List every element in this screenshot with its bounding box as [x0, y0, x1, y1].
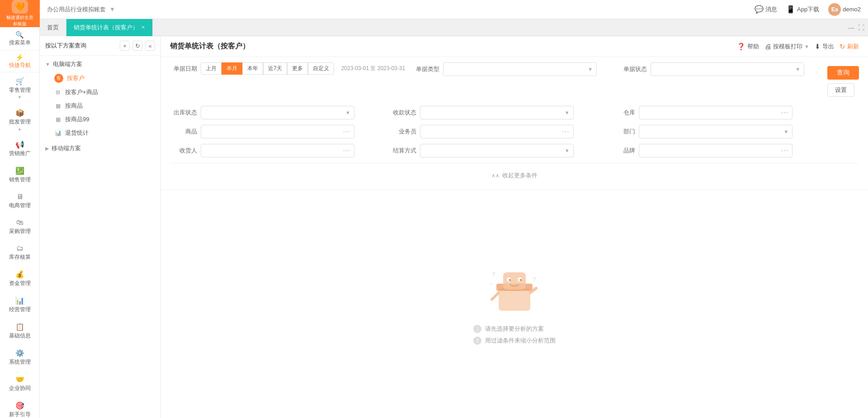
- main-area: 办公用品行业模拟账套 ▼ 💬 消息 📱 App下载 Ea demo2 首页: [40, 0, 868, 418]
- tab-close-icon[interactable]: ✕: [141, 24, 145, 30]
- warehouse-select[interactable]: ···: [639, 106, 793, 119]
- receipt-status-select[interactable]: ▼: [420, 106, 574, 119]
- scheme-item-by-product-99[interactable]: ▦ 按商品99: [40, 113, 160, 126]
- sidebar-item-ecommerce[interactable]: 🖥 电商管理: [0, 188, 39, 214]
- date-btn-this-year[interactable]: 本年: [242, 62, 263, 75]
- doc-type-label: 单据类型: [412, 65, 439, 73]
- tip-text-1: 请先选择要分析的方案: [485, 325, 544, 333]
- operations-icon: 📊: [15, 296, 24, 305]
- scheme-item-return-stat[interactable]: 📊 退货统计: [40, 126, 160, 140]
- empty-tips: 1 请先选择要分析的方案 2 用过滤条件来缩小分析范围: [473, 325, 556, 345]
- doc-type-select[interactable]: ▼: [443, 62, 597, 76]
- sidebar-item-label-purchase: 采购管理: [9, 228, 31, 235]
- message-btn[interactable]: 💬 消息: [755, 5, 777, 14]
- sidebar-item-label-inventory: 库存核算: [9, 253, 31, 261]
- app-download-btn[interactable]: 📱 App下载: [786, 5, 819, 14]
- date-label: 单据日期: [170, 65, 197, 73]
- sidebar-item-retail[interactable]: 🛒 零售管理 ▼: [0, 72, 39, 104]
- tab-sales-stat[interactable]: 销货单统计表（按客户） ✕: [66, 19, 153, 36]
- left-panel: 按以下方案查询 + ↻ « ▼ 电脑端方案: [40, 36, 161, 418]
- sidebar-item-system[interactable]: ⚙️ 系统管理: [0, 344, 39, 370]
- settlement-arrow: ▼: [565, 148, 570, 153]
- sidebar-item-sales[interactable]: 💹 销售管理: [0, 162, 39, 188]
- left-panel-title: 按以下方案查询: [45, 42, 86, 50]
- sidebar-nav[interactable]: ⚡ 快捷导航: [0, 51, 39, 72]
- wholesale-icon: 📦: [15, 109, 24, 117]
- add-scheme-btn[interactable]: +: [120, 41, 130, 51]
- sidebar-item-basicinfo[interactable]: 📋 基础信息: [0, 318, 39, 344]
- date-btn-custom[interactable]: 自定义: [308, 62, 334, 75]
- refresh-scheme-btn[interactable]: ↻: [132, 41, 142, 51]
- content-area: 按以下方案查询 + ↻ « ▼ 电脑端方案: [40, 36, 868, 418]
- retail-arrow: ▼: [18, 95, 22, 100]
- date-buttons-group: 上月 本月 本年 近7天 更多 自定义: [201, 62, 334, 75]
- settings-button[interactable]: 设置: [827, 83, 854, 97]
- inventory-icon: 🗂: [16, 244, 24, 252]
- salesperson-select[interactable]: ···: [420, 125, 574, 138]
- scheme-item-by-customer[interactable]: 客 按客户: [40, 71, 160, 86]
- svg-point-5: [509, 279, 511, 281]
- scheme-item-by-product-99-label: 按商品99: [65, 115, 89, 124]
- sidebar-nav-label: 快捷导航: [0, 62, 39, 69]
- sidebar-item-finance[interactable]: 💰 资金管理: [0, 266, 39, 292]
- out-status-select[interactable]: ▼: [201, 106, 354, 119]
- mobile-scheme-header[interactable]: ▶ 移动端方案: [40, 142, 160, 155]
- collab-icon: 🤝: [15, 375, 24, 384]
- scheme-item-by-customer-product[interactable]: ⊞ 按客户+商品: [40, 86, 160, 99]
- product-select[interactable]: ···: [201, 125, 354, 138]
- tab-minimize-icon[interactable]: —: [848, 24, 854, 31]
- refresh-btn[interactable]: ↻ 刷新: [840, 43, 859, 51]
- brand-select[interactable]: ···: [639, 144, 793, 157]
- receiver-select[interactable]: ···: [201, 144, 354, 157]
- app-name: 畅捷通好生意: [6, 14, 33, 21]
- expand-icon: ▼: [45, 62, 50, 67]
- date-btn-7days[interactable]: 近7天: [263, 62, 287, 75]
- user-menu[interactable]: Ea demo2: [828, 3, 861, 16]
- logo: 🧡 畅捷通好生意 标账版: [0, 0, 40, 27]
- sidebar-item-wholesale[interactable]: 📦 批发管理 ▲: [0, 104, 39, 136]
- template-print-btn[interactable]: 🖨 按模板打印 ▼: [764, 43, 809, 51]
- settlement-select[interactable]: ▼: [420, 144, 574, 157]
- tip-num-2: 2: [473, 337, 481, 345]
- sidebar-item-purchase[interactable]: 🛍 采购管理: [0, 214, 39, 240]
- scheme-item-by-product[interactable]: ▦ 按商品: [40, 99, 160, 113]
- filter-row-2: 出库状态 ▼ 收款状态 ▼ 仓库: [170, 106, 859, 119]
- empty-state: ? ? ~ 1 请先选择要分析的方案 2 用过滤条件来缩小分析范围: [161, 190, 868, 418]
- scheme-group-desktop-header[interactable]: ▼ 电脑端方案: [40, 57, 160, 71]
- scheme-item-by-customer-label: 按客户: [67, 74, 85, 82]
- sidebar-search[interactable]: 🔍 搜索菜单: [0, 27, 39, 51]
- sidebar-item-label-wholesale: 批发管理: [9, 118, 31, 126]
- query-button[interactable]: 查询: [827, 66, 859, 80]
- help-label: 帮助: [747, 43, 759, 51]
- date-btn-last-month[interactable]: 上月: [201, 62, 222, 75]
- mobile-scheme-label: 移动端方案: [52, 144, 81, 152]
- doc-status-select[interactable]: ▼: [651, 62, 804, 76]
- date-btn-this-month[interactable]: 本月: [222, 62, 242, 75]
- date-btn-more[interactable]: 更多: [287, 62, 308, 75]
- department-select[interactable]: ▼: [639, 125, 793, 138]
- sidebar-item-operations[interactable]: 📊 经营管理: [0, 292, 39, 318]
- tab-home[interactable]: 首页: [40, 19, 66, 36]
- refresh-icon: ↻: [135, 43, 140, 49]
- sidebar-item-label-ecommerce: 电商管理: [9, 202, 31, 209]
- collapse-icon: «: [148, 43, 151, 49]
- scheme-grid-icon: ⊞: [54, 89, 61, 96]
- refresh-label: 刷新: [847, 43, 859, 51]
- sidebar-item-marketing[interactable]: 📢 营销推广: [0, 136, 39, 162]
- salesperson-dots: ···: [562, 128, 569, 136]
- sidebar-item-newbie[interactable]: 🎯 新手引导: [0, 397, 39, 418]
- tab-maximize-icon[interactable]: ⛶: [858, 24, 864, 31]
- export-btn[interactable]: ⬇ 导出: [815, 43, 834, 51]
- help-btn[interactable]: ❓ 帮助: [737, 43, 759, 51]
- scheme-item-by-customer-product-label: 按客户+商品: [65, 88, 98, 96]
- topbar-dropdown-icon[interactable]: ▼: [109, 6, 115, 13]
- collapse-more-btn[interactable]: ∧∧ 收起更多条件: [482, 169, 547, 182]
- sidebar: 🧡 畅捷通好生意 标账版 🔍 搜索菜单 ⚡ 快捷导航 🛒 零售管理 ▼ 📦 批发…: [0, 0, 40, 418]
- query-settings-buttons: 查询 设置: [827, 62, 859, 100]
- scheme-table2-icon: ▦: [54, 116, 61, 123]
- scheme-bar-icon: 📊: [54, 129, 61, 137]
- finance-icon: 💰: [15, 270, 24, 279]
- sidebar-item-inventory[interactable]: 🗂 库存核算: [0, 240, 39, 266]
- sidebar-item-collab[interactable]: 🤝 企业协同: [0, 370, 39, 397]
- collapse-panel-btn[interactable]: «: [145, 41, 155, 51]
